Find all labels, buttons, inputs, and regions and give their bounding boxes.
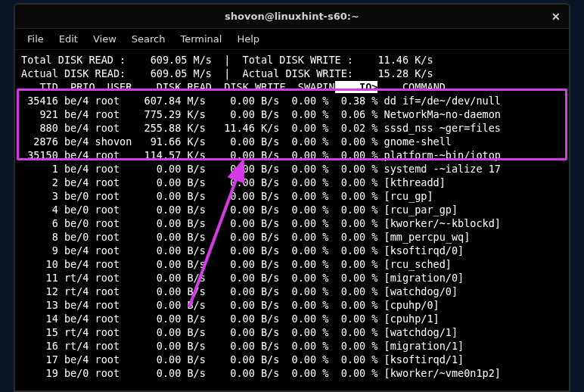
process-row: 35416 be/4 root 607.84 M/s 0.00 B/s 0.00… (21, 94, 563, 107)
titlebar[interactable]: shovon@linuxhint-s60:~ ✕ (15, 5, 569, 29)
process-row: 4 be/0 root 0.00 B/s 0.00 B/s 0.00 % 0.0… (21, 203, 563, 216)
col-swapin: SWAPIN (286, 81, 335, 93)
process-row: 12 rt/4 root 0.00 B/s 0.00 B/s 0.00 % 0.… (21, 285, 563, 298)
process-row: 17 be/4 root 0.00 B/s 0.00 B/s 0.00 % 0.… (21, 353, 563, 366)
terminal-window: shovon@linuxhint-s60:~ ✕ File Edit View … (14, 3, 570, 392)
process-row: 11 rt/4 root 0.00 B/s 0.00 B/s 0.00 % 0.… (21, 271, 563, 285)
process-row: 880 be/4 root 255.88 K/s 11.46 K/s 0.00 … (21, 121, 563, 135)
process-row: 921 be/4 root 775.29 K/s 0.00 B/s 0.00 %… (21, 107, 563, 121)
process-row: 1 be/4 root 0.00 B/s 0.00 B/s 0.00 % 0.0… (21, 162, 563, 176)
col-io-sorted: IO> (335, 81, 378, 93)
process-row: 3 be/0 root 0.00 B/s 0.00 B/s 0.00 % 0.0… (21, 189, 563, 203)
menubar: File Edit View Search Terminal Help (15, 29, 569, 50)
window-title: shovon@linuxhint-s60:~ (225, 10, 359, 23)
menu-search[interactable]: Search (124, 30, 173, 49)
menu-help[interactable]: Help (229, 30, 267, 49)
close-icon[interactable]: ✕ (549, 10, 563, 23)
process-row: 19 be/0 root 0.00 B/s 0.00 B/s 0.00 % 0.… (21, 366, 563, 380)
column-header-row: TID PRIO USER DISK READ DISK WRITE SWAPI… (21, 80, 563, 94)
menu-edit[interactable]: Edit (51, 30, 85, 49)
process-row: 14 be/4 root 0.00 B/s 0.00 B/s 0.00 % 0.… (21, 312, 563, 325)
menu-view[interactable]: View (85, 30, 124, 49)
col-write: DISK WRITE (212, 81, 286, 93)
process-row: 2 be/4 root 0.00 B/s 0.00 B/s 0.00 % 0.0… (21, 176, 563, 189)
col-user: USER (95, 81, 144, 93)
terminal-output[interactable]: Total DISK READ : 609.05 M/s | Total DIS… (15, 50, 569, 380)
process-row: 9 be/4 root 0.00 B/s 0.00 B/s 0.00 % 0.0… (21, 244, 563, 257)
process-row: 15 rt/4 root 0.00 B/s 0.00 B/s 0.00 % 0.… (21, 325, 563, 339)
process-row: 35150 be/4 root 114.57 K/s 0.00 B/s 0.00… (21, 148, 563, 162)
process-row: 2876 be/4 shovon 91.66 K/s 0.00 B/s 0.00… (21, 135, 563, 148)
col-prio: PRIO (58, 81, 95, 93)
process-row: 13 be/4 root 0.00 B/s 0.00 B/s 0.00 % 0.… (21, 298, 563, 312)
process-row: 16 rt/4 root 0.00 B/s 0.00 B/s 0.00 % 0.… (21, 339, 563, 353)
process-row: 8 be/0 root 0.00 B/s 0.00 B/s 0.00 % 0.0… (21, 230, 563, 244)
process-row: 6 be/0 root 0.00 B/s 0.00 B/s 0.00 % 0.0… (21, 216, 563, 230)
menu-file[interactable]: File (20, 30, 51, 49)
col-command: COMMAND (377, 81, 445, 93)
col-read: DISK READ (144, 81, 212, 93)
process-row: 10 be/4 root 0.00 B/s 0.00 B/s 0.00 % 0.… (21, 257, 563, 271)
summary-actual-row: Actual DISK READ: 609.05 M/s | Actual DI… (21, 67, 563, 80)
col-tid: TID (21, 81, 58, 93)
summary-total-row: Total DISK READ : 609.05 M/s | Total DIS… (21, 53, 563, 67)
menu-terminal[interactable]: Terminal (172, 30, 229, 49)
